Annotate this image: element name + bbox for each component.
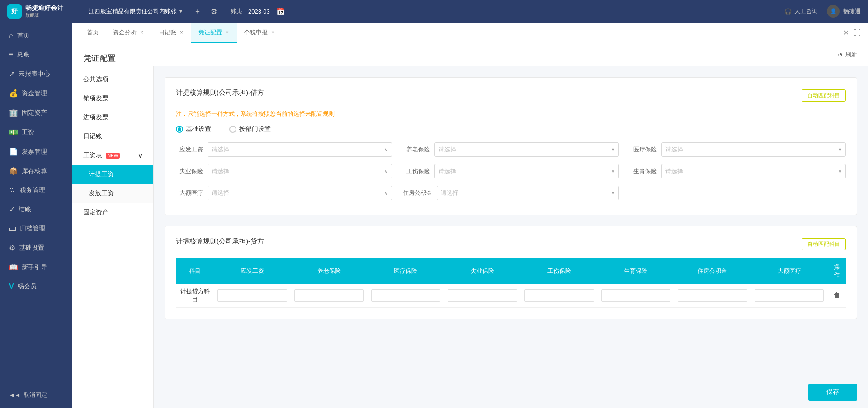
chevron-down-icon: ∨: [611, 147, 615, 153]
cell-salary[interactable]: [214, 284, 291, 308]
tab-tax-report[interactable]: 个税申报 ×: [237, 23, 283, 43]
settings-icon[interactable]: ⚙: [208, 5, 220, 18]
expand-icon[interactable]: ⛶: [854, 29, 861, 37]
nav-item-purchase-invoice[interactable]: 进项发票: [72, 108, 153, 127]
sidebar-item-ledger[interactable]: ≡ 总账: [0, 45, 72, 64]
tab-close-icon[interactable]: ×: [225, 28, 230, 37]
sidebar-item-payroll[interactable]: 💵 工资: [0, 122, 72, 142]
chevron-down-icon: ∨: [384, 147, 388, 153]
placeholder: 请选择: [212, 145, 229, 154]
cell-provident[interactable]: [674, 284, 751, 308]
cell-action[interactable]: 🗑: [827, 284, 846, 308]
sidebar-item-label: 首页: [17, 32, 30, 40]
close-icon[interactable]: ✕: [843, 28, 849, 37]
input-workinjury[interactable]: [524, 289, 594, 302]
col-majormedical: 大额医疗: [751, 258, 828, 284]
avatar: 👤: [827, 5, 840, 18]
sidebar-item-closing[interactable]: ✓ 结账: [0, 200, 72, 219]
sidebar-item-label: 基础设置: [19, 244, 44, 252]
tab-voucher-config[interactable]: 凭证配置 ×: [191, 23, 237, 43]
select-majormedical[interactable]: 请选择 ∨: [208, 186, 392, 200]
input-maternity[interactable]: [601, 289, 671, 302]
sidebar-item-settings[interactable]: ⚙ 基础设置: [0, 238, 72, 258]
top-actions: ＋ ⚙ 账期 2023-03 📅: [191, 5, 285, 18]
cell-workinjury[interactable]: [521, 284, 598, 308]
col-action: 操作: [827, 258, 846, 284]
auto-match-credit-button[interactable]: 自动匹配科目: [802, 238, 846, 250]
sidebar-item-label: 工资: [22, 128, 34, 136]
sidebar-item-label: 新手引导: [22, 263, 47, 272]
input-medical[interactable]: [371, 289, 441, 302]
sidebar-item-inventory[interactable]: 📦 库存核算: [0, 161, 72, 181]
label-provident: 住房公积金: [403, 189, 432, 197]
service-button[interactable]: 🎧 人工咨询: [784, 7, 818, 15]
closing-icon: ✓: [9, 205, 15, 214]
top-bar: 好 畅捷通好会计 旗舰版 江西服宝精品有限责任公司内账张 ▾ ＋ ⚙ 账期 20…: [0, 0, 868, 23]
sidebar-item-guide[interactable]: 📖 新手引导: [0, 258, 72, 277]
cell-medical[interactable]: [368, 284, 444, 308]
nav-item-public[interactable]: 公共选项: [72, 70, 153, 89]
radio-basic-label: 基础设置: [186, 125, 211, 133]
credit-section-title: 计提核算规则(公司承担)-贷方: [176, 237, 264, 246]
sidebar-item-label: 资金管理: [22, 89, 47, 98]
select-salary[interactable]: 请选择 ∨: [208, 142, 392, 157]
select-workinjury[interactable]: 请选择 ∨: [434, 164, 619, 178]
input-provident[interactable]: [678, 289, 747, 302]
page-title: 凭证配置: [83, 53, 116, 64]
radio-basic[interactable]: 基础设置: [176, 125, 211, 133]
tab-close-icon[interactable]: ×: [139, 28, 144, 37]
company-selector[interactable]: 江西服宝精品有限责任公司内账张 ▾: [89, 7, 182, 15]
nav-item-journal[interactable]: 日记账: [72, 127, 153, 146]
select-pension[interactable]: 请选择 ∨: [434, 142, 619, 157]
tab-journal[interactable]: 日记账 ×: [151, 23, 191, 43]
tab-label: 个税申报: [244, 28, 268, 37]
radio-dept[interactable]: 按部门设置: [229, 125, 271, 133]
col-maternity: 生育保险: [598, 258, 675, 284]
tab-close-icon[interactable]: ×: [270, 28, 275, 37]
user-area[interactable]: 👤 畅捷通: [827, 5, 861, 18]
tab-close-icon[interactable]: ×: [179, 28, 184, 37]
calendar-icon[interactable]: 📅: [276, 7, 285, 16]
input-pension[interactable]: [294, 289, 364, 302]
cell-pension[interactable]: [291, 284, 368, 308]
sidebar-item-archive[interactable]: 🗃 归档管理: [0, 219, 72, 238]
cancel-fixed-button[interactable]: ◄◄ 取消固定: [0, 385, 72, 404]
nav-item-sales-invoice[interactable]: 销项发票: [72, 89, 153, 108]
save-button[interactable]: 保存: [808, 384, 857, 401]
select-medical[interactable]: 请选择 ∨: [661, 142, 846, 157]
sidebar-item-label: 库存核算: [22, 167, 47, 175]
placeholder: 请选择: [212, 167, 229, 175]
sidebar-item-funds[interactable]: 💰 资金管理: [0, 84, 72, 103]
nav-item-accrual-payroll[interactable]: 计提工资: [72, 165, 153, 184]
nav-item-fixed-assets[interactable]: 固定资产: [72, 203, 153, 222]
left-nav: 公共选项 销项发票 进项发票 日记账 工资表 NEW ∨: [72, 66, 154, 408]
tab-bar: 首页 资金分析 × 日记账 × 凭证配置 × 个税申报 × ✕ ⛶: [72, 23, 868, 43]
select-provident[interactable]: 请选择 ∨: [437, 186, 619, 200]
col-unemployment: 失业保险: [444, 258, 521, 284]
sidebar-item-invoice[interactable]: 📄 发票管理: [0, 142, 72, 161]
nav-item-payroll-table[interactable]: 工资表 NEW ∨: [72, 146, 153, 165]
input-majormedical[interactable]: [755, 289, 824, 302]
sidebar-item-member[interactable]: V 畅会员: [0, 277, 72, 296]
col-pension: 养老保险: [291, 258, 368, 284]
sidebar-item-home[interactable]: ⌂ 首页: [0, 26, 72, 45]
input-unemployment[interactable]: [448, 289, 517, 302]
add-button[interactable]: ＋: [191, 5, 204, 18]
nav-item-distribute-payroll[interactable]: 发放工资: [72, 184, 153, 203]
select-unemployment[interactable]: 请选择 ∨: [208, 164, 392, 178]
cell-majormedical[interactable]: [751, 284, 828, 308]
cell-unemployment[interactable]: [444, 284, 521, 308]
tab-funds-analysis[interactable]: 资金分析 ×: [106, 23, 151, 43]
sidebar-item-reports[interactable]: ↗ 云报表中心: [0, 64, 72, 84]
select-maternity[interactable]: 请选择 ∨: [661, 164, 846, 178]
tab-label: 资金分析: [113, 28, 137, 37]
auto-match-debit-button[interactable]: 自动匹配科目: [802, 89, 846, 102]
input-salary[interactable]: [217, 289, 287, 302]
sidebar-item-tax[interactable]: 🗂 税务管理: [0, 181, 72, 200]
chevron-down-icon: ∨: [838, 169, 842, 174]
cell-maternity[interactable]: [598, 284, 675, 308]
refresh-button[interactable]: ↺ 刷新: [838, 51, 857, 66]
tab-home[interactable]: 首页: [80, 23, 106, 43]
sidebar-item-assets[interactable]: 🏢 固定资产: [0, 103, 72, 122]
sidebar-item-label: 结账: [19, 206, 31, 214]
